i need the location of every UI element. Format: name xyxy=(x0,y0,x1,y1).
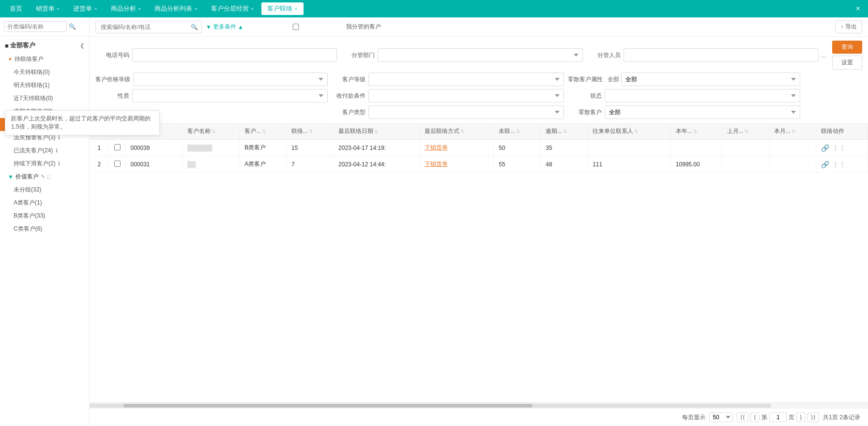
sidebar-all-customers-header[interactable]: ■ 全部客户 ❮ xyxy=(0,38,89,53)
row-checkbox[interactable] xyxy=(109,140,125,156)
sidebar-item-declining[interactable]: 持续下滑客户(2) ℹ xyxy=(0,157,89,170)
table-header-row: ⚙ 客户编码⇅ 客户名称⇅ 客户...⇅ xyxy=(90,123,868,140)
sidebar-item-tomorrow[interactable]: 明天待联络(1) xyxy=(0,79,89,92)
first-page-btn[interactable]: ⟨⟨ xyxy=(737,412,748,422)
query-button[interactable]: 查询 xyxy=(832,41,862,54)
customer-level-field: 客户等级 xyxy=(332,73,564,86)
col-last-contact-method[interactable]: 最后联络方式⇅ xyxy=(419,123,494,140)
row-code: 000039 xyxy=(125,140,183,156)
phone-field: 电话号码 xyxy=(95,48,337,62)
col-contact-person[interactable]: 往来单位联系人⇅ xyxy=(588,123,671,140)
close-purchase-tab[interactable]: × xyxy=(94,6,97,12)
row-action-more-icon[interactable]: ⋮⋮ xyxy=(832,161,846,168)
overdue-sort-icon: ⇅ xyxy=(563,129,567,134)
sidebar-item-b-class[interactable]: B类客户(33) xyxy=(0,209,89,222)
export-btn[interactable]: ↑ 导出 xyxy=(835,20,862,33)
sidebar-item-ungroup[interactable]: 未分组(32) xyxy=(0,183,89,196)
nav-customer-contact[interactable]: 客户联络 × xyxy=(261,2,303,15)
sidebar-item-lost[interactable]: 已流失客户(24) ℹ xyxy=(0,144,89,157)
row-checkbox[interactable] xyxy=(109,156,125,173)
col-name[interactable]: 客户名称⇅ xyxy=(183,123,240,140)
value-add-icon[interactable]: □ xyxy=(47,174,50,180)
more-conditions-chevron: ▲ xyxy=(238,24,244,30)
sidebar-search-input[interactable] xyxy=(4,21,67,32)
col-last-contact-date[interactable]: 最后联络日期⇅ xyxy=(334,123,420,140)
export-icon: ↑ xyxy=(840,24,843,30)
manager-field: 分管人员 ... xyxy=(587,48,828,62)
col-this-year[interactable]: 本年...⇅ xyxy=(670,123,722,140)
row-action-link-icon[interactable]: 🔗 xyxy=(821,161,829,168)
prev-page-btn[interactable]: ⟨ xyxy=(750,412,760,422)
sidebar-item-7days[interactable]: 近7天待联络(0) xyxy=(0,92,89,105)
scattered-attr-value: 全部 xyxy=(608,75,619,84)
sidebar-item-c-class[interactable]: C类客户(6) xyxy=(0,222,89,235)
nav-sales[interactable]: 销货单 × xyxy=(30,2,65,15)
close-customer-tier-tab[interactable]: × xyxy=(251,6,254,12)
row-action-link-icon[interactable]: 🔗 xyxy=(821,144,829,152)
value-edit-icon[interactable]: ✎ xyxy=(41,174,45,180)
nature-select[interactable] xyxy=(132,89,328,103)
row-last-method[interactable]: 下销货单 xyxy=(419,156,494,173)
row-this-year xyxy=(670,140,722,156)
row-contact-count: 7 xyxy=(287,156,334,173)
scattered-attr-select[interactable]: 全部 xyxy=(621,73,800,86)
col-type[interactable]: 客户...⇅ xyxy=(240,123,287,140)
customer-level-select[interactable] xyxy=(368,73,564,86)
row-select-checkbox[interactable] xyxy=(114,161,121,167)
window-close-btn[interactable]: × xyxy=(852,4,864,13)
name-sort-icon: ⇅ xyxy=(212,129,215,134)
close-customer-contact-tab[interactable]: × xyxy=(294,6,297,12)
manager-dots[interactable]: ... xyxy=(819,51,828,59)
content-area: 距客户上次交易时长，超过了此客户的平均交易周期的1.5倍，则视为异常。 🔍 ▼ … xyxy=(90,17,868,426)
last-page-btn[interactable]: ⟩⟩ xyxy=(807,412,819,422)
row-actions: 🔗 ⋮⋮ xyxy=(816,140,868,156)
sidebar-pending-group[interactable]: ▼ 待联络客户 xyxy=(0,53,89,66)
next-page-btn[interactable]: ⟩ xyxy=(796,412,806,422)
row-actions: 🔗 ⋮⋮ xyxy=(816,156,868,173)
col-uncontacted[interactable]: 未联...⇅ xyxy=(494,123,541,140)
my-customer-checkbox[interactable] xyxy=(247,24,344,30)
adv-filter-row2: 客户价格等级 客户等级 零散客户属性 全部 全部 xyxy=(95,73,862,86)
sidebar-item-today[interactable]: 今天待联络(0) xyxy=(0,66,89,79)
scrollbar-track xyxy=(90,404,771,408)
nav-analysis[interactable]: 商品分析 × xyxy=(105,2,147,15)
row-last-date: 2023-04-12 14:44: xyxy=(334,156,420,173)
my-customer-checkbox-area[interactable]: 我分管的客户 xyxy=(247,23,381,31)
row-last-method[interactable]: 下销货单 xyxy=(419,140,494,156)
settings-button[interactable]: 设置 xyxy=(832,56,862,70)
close-sales-tab[interactable]: × xyxy=(57,6,60,12)
close-analysis-tab[interactable]: × xyxy=(138,6,141,12)
sidebar-item-a-class[interactable]: A类客户(1) xyxy=(0,196,89,209)
sidebar-search-icon[interactable]: 🔍 xyxy=(69,23,76,30)
col-this-month[interactable]: 本月...⇅ xyxy=(769,123,816,140)
scrollbar-thumb[interactable] xyxy=(123,404,533,408)
page-nav: ⟨⟨ ⟨ 第 页 ⟩ ⟩⟩ xyxy=(737,412,819,422)
col-contact-count[interactable]: 联络...⇅ xyxy=(287,123,334,140)
customer-type-select[interactable] xyxy=(368,105,564,119)
phone-input[interactable] xyxy=(132,48,337,62)
main-search-icon[interactable]: 🔍 xyxy=(191,24,198,30)
row-select-checkbox[interactable] xyxy=(114,144,121,150)
search-input[interactable] xyxy=(95,21,202,33)
manager-input[interactable] xyxy=(624,48,819,62)
close-analysis-list-tab[interactable]: × xyxy=(194,6,197,12)
nav-purchase[interactable]: 进货单 × xyxy=(67,2,103,15)
sidebar-collapse-icon[interactable]: ❮ xyxy=(80,43,84,49)
per-page-select[interactable]: 50 10 20 100 xyxy=(709,412,733,422)
more-conditions-btn[interactable]: ▼ 更多条件 ▲ xyxy=(206,23,244,31)
nav-home[interactable]: 首页 xyxy=(4,2,28,15)
row-action-more-icon[interactable]: ⋮⋮ xyxy=(832,144,846,152)
payment-select[interactable] xyxy=(368,89,564,103)
price-level-select[interactable] xyxy=(133,73,328,86)
dept-select[interactable] xyxy=(378,48,582,62)
nav-customer-tier[interactable]: 客户分层经营 × xyxy=(205,2,259,15)
col-last-month[interactable]: 上月...⇅ xyxy=(722,123,769,140)
page-number-input[interactable] xyxy=(769,412,787,422)
sidebar-value-group[interactable]: ▼ 价值客户 ✎ □ xyxy=(0,170,89,183)
horizontal-scrollbar[interactable] xyxy=(90,402,868,408)
col-overdue[interactable]: 逾期...⇅ xyxy=(541,123,588,140)
status-select[interactable] xyxy=(605,89,800,103)
scattered-customer-select[interactable]: 全部 xyxy=(605,105,800,119)
status-label: 状态 xyxy=(568,92,602,100)
nav-analysis-list[interactable]: 商品分析列表 × xyxy=(149,2,203,15)
